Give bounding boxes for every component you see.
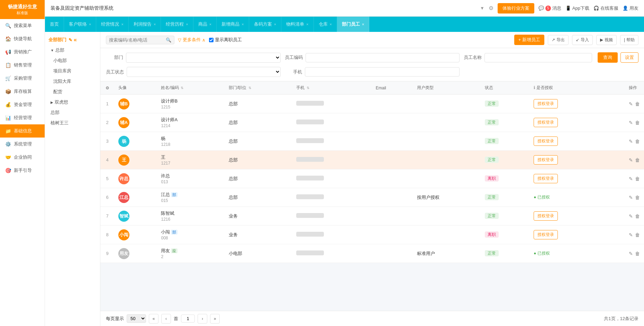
delete-btn[interactable]: 🗑 [635,176,640,182]
tree-item-沈阳大库[interactable]: 沈阳大库 [45,76,100,87]
dept-select[interactable] [126,53,281,63]
tab-close-icon[interactable]: × [89,22,91,26]
tree-item-配货[interactable]: 配货 [45,87,100,97]
edit-btn[interactable]: ✎ [629,176,633,182]
sidebar-item-shortcut[interactable]: 🏠快捷导航 [0,32,45,45]
sidebar-item-search[interactable]: 🔍搜索菜单 [0,19,45,32]
message-btn[interactable]: 💬 5 消息 [538,5,561,11]
delete-btn[interactable]: 🗑 [635,157,640,163]
edit-btn[interactable]: ✎ [629,139,633,144]
edit-btn[interactable]: ✎ [629,251,633,256]
name-sort-icon[interactable]: ⇅ [181,86,183,90]
delete-btn[interactable]: 🗑 [635,195,640,200]
tree-edit-icon[interactable]: ✎ [69,37,72,43]
auth-login-btn[interactable]: 授权登录 [534,99,558,108]
search-box[interactable]: 🔍 [106,36,174,44]
sidebar-item-basic[interactable]: 📁基础信息 [0,124,45,138]
edit-btn[interactable]: ✎ [629,232,633,238]
prev-page-btn[interactable]: ‹ [161,314,171,324]
edit-btn[interactable]: ✎ [629,120,633,125]
tree-item-总部[interactable]: ▼总部 [45,45,100,55]
tree-item-双虎想[interactable]: ▶双虎想 [45,97,100,107]
nav-tab-仓库[interactable]: 仓库× [314,17,337,32]
delete-btn[interactable]: 🗑 [635,213,640,219]
edit-btn[interactable]: ✎ [629,101,633,107]
show-resigned-checkbox[interactable]: 显示离职员工 [209,37,242,43]
search-btn[interactable]: 查询 [598,52,618,63]
nav-tab-新增商品[interactable]: 新增商品× [217,17,249,32]
nav-tab-商品[interactable]: 商品× [193,17,217,32]
tab-close-icon[interactable]: × [209,22,211,26]
col-settings[interactable]: ⚙ [100,81,114,95]
auth-info-icon[interactable]: ℹ [534,85,535,90]
sidebar-item-system[interactable]: ⚙️系统管理 [0,138,45,151]
export-btn[interactable]: ↗ 导出 [548,35,569,45]
delete-btn[interactable]: 🗑 [635,232,640,238]
online-service-btn[interactable]: 🎧 在线客服 [593,5,618,11]
phone-sort-icon[interactable]: ⇅ [307,86,309,90]
trial-btn[interactable]: 体验行业方案 [498,3,534,14]
delete-btn[interactable]: 🗑 [635,120,640,125]
tab-close-icon[interactable]: × [154,22,156,26]
dept-sort-icon[interactable]: ⇅ [248,86,251,90]
last-page-btn[interactable]: » [210,314,220,324]
sidebar-item-guide[interactable]: 🎯新手引导 [0,164,45,177]
nav-tab-经营情况[interactable]: 经营情况× [96,17,128,32]
tree-collapse-icon[interactable]: « [74,37,77,43]
more-conditions-btn[interactable]: ▽ 更多条件 ∧ [178,37,206,43]
help-btn[interactable]: | 帮助 [620,35,638,45]
delete-btn[interactable]: 🗑 [635,101,640,107]
emp-code-input[interactable] [306,53,460,62]
set-btn[interactable]: 设置 [620,52,638,63]
auth-login-btn[interactable]: 授权登录 [534,118,558,127]
nav-tab-部门员工[interactable]: 部门员工× [337,17,369,32]
topbar-dropdown-icon[interactable]: ▼ [480,6,484,11]
sidebar-item-purchase[interactable]: 🛒采购管理 [0,72,45,85]
emp-name-input[interactable] [484,53,592,62]
user-menu[interactable]: 👤 用友 [623,5,638,11]
page-size-select[interactable]: 50 20 100 [127,314,146,323]
tab-close-icon[interactable]: × [362,22,364,26]
emp-status-select[interactable] [127,67,281,77]
nav-tab-经营历程[interactable]: 经营历程× [161,17,193,32]
tab-close-icon[interactable]: × [186,22,188,26]
sidebar-item-operations[interactable]: 📊经营管理 [0,111,45,124]
show-resigned-input[interactable] [209,38,214,42]
tab-close-icon[interactable]: × [330,22,332,26]
page-input[interactable] [181,315,195,323]
nav-tab-条码方案[interactable]: 条码方案× [249,17,281,32]
add-employee-btn[interactable]: + 新增员工 [514,35,544,45]
tab-close-icon[interactable]: × [242,22,244,26]
tab-close-icon[interactable]: × [306,22,308,26]
edit-btn[interactable]: ✎ [629,157,633,163]
settings-icon[interactable]: ⚙ [489,5,493,11]
nav-tab-首页[interactable]: 首页 [45,17,64,32]
app-download-btn[interactable]: 📱 App下载 [565,5,589,11]
next-page-btn[interactable]: › [198,314,207,324]
delete-btn[interactable]: 🗑 [635,139,640,144]
auth-login-btn[interactable]: 授权登录 [534,174,558,183]
nav-tab-客户联络[interactable]: 客户联络× [64,17,96,32]
sidebar-item-inventory[interactable]: 📦库存核算 [0,85,45,98]
search-input[interactable] [109,37,164,43]
import-btn[interactable]: ↙ 导入 [572,35,593,45]
tab-close-icon[interactable]: × [121,22,123,26]
tree-item-植树王三[interactable]: 植树王三 [45,118,100,128]
delete-btn[interactable]: 🗑 [635,251,640,256]
auth-login-btn[interactable]: 授权登录 [534,211,558,221]
auth-login-btn[interactable]: 授权登录 [534,136,558,146]
auth-login-btn[interactable]: 授权登录 [534,155,558,165]
tree-item-项目库房[interactable]: 项目库房 [45,66,100,76]
nav-tab-物料清单[interactable]: 物料清单× [281,17,314,32]
sidebar-item-enterprise[interactable]: 🤝企业协同 [0,151,45,164]
sidebar-item-sales[interactable]: 📋销售管理 [0,59,45,72]
sidebar-item-finance[interactable]: 💰资金管理 [0,98,45,111]
first-page-btn[interactable]: « [149,314,158,324]
tree-item-小电部[interactable]: 小电部 [45,55,100,66]
tab-close-icon[interactable]: × [274,22,276,26]
edit-btn[interactable]: ✎ [629,213,633,219]
nav-tab-利润报告[interactable]: 利润报告× [129,17,161,32]
auth-login-btn[interactable]: 授权登录 [534,230,558,239]
tree-item-总部[interactable]: 总部 [45,107,100,118]
sidebar-item-marketing[interactable]: 📢营销推广 [0,45,45,59]
